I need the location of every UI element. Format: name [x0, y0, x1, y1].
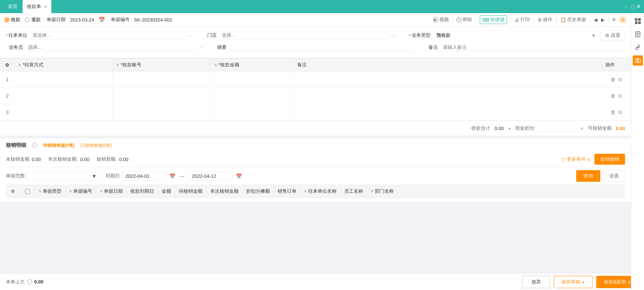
td-amount-3[interactable] [211, 104, 294, 120]
remark-input[interactable] [441, 43, 625, 51]
td-account-3[interactable] [113, 104, 211, 120]
print-btn[interactable]: 🖨 打印 [515, 16, 530, 23]
receipt-label: 收款 [11, 16, 20, 23]
delete-row-1-icon[interactable]: 🗑 [610, 77, 616, 82]
bottom-table-header: ⚙ ⇅ 单据类型 ⇅ 单据编号 ⇅ 单据日期 收款到期日 金额 [6, 185, 625, 198]
save-draft-arrow: ▲ [582, 280, 585, 284]
sidebar-doc-icon[interactable] [633, 29, 643, 39]
history-btn[interactable]: 📋 历史单据 [560, 16, 586, 23]
td-settlement-2[interactable] [15, 88, 113, 104]
table-gear[interactable]: ⚙ [0, 59, 15, 71]
discount-input[interactable] [540, 125, 576, 132]
view-list-icon[interactable]: ≡ [612, 16, 616, 23]
tab-pending[interactable]: 待核销单据(0笔) [43, 142, 75, 149]
copy-row-1-icon[interactable]: ⧉ [619, 77, 622, 83]
receipt-radio[interactable]: 收款 [4, 16, 20, 23]
number-value: SK-20230324-001 [134, 17, 173, 23]
receipt-table: ⚙ ⇅ *结算方式 ⇅ *收款账号 ⇅ *收款金额 备注 操作 1 [0, 58, 631, 121]
counterpart-input[interactable] [30, 31, 187, 39]
td-account-1[interactable] [113, 71, 211, 87]
filter-buttons: 查询 设置 [576, 170, 625, 182]
current-verify-stat: 本次核销金额: 0.00 [48, 156, 89, 162]
copy-row-3-icon[interactable]: ⧉ [619, 109, 622, 115]
refund-radio[interactable]: 退款 [25, 16, 41, 23]
select-all-checkbox[interactable] [25, 189, 30, 194]
sidebar-table-icon[interactable] [633, 16, 643, 26]
store-more-btn[interactable]: ··· [390, 32, 394, 38]
calendar-icon[interactable]: 📅 [99, 17, 105, 23]
delete-row-2-icon[interactable]: 🗑 [610, 93, 616, 99]
tab-home[interactable]: 首页 [3, 0, 23, 13]
history-icon: 📋 [560, 17, 566, 23]
help-btn[interactable]: ? 帮助 [456, 16, 472, 23]
date-to-input[interactable] [189, 172, 232, 181]
counterpart-more-btn[interactable]: ··· [189, 32, 193, 38]
tab-active[interactable]: 收款单 × [23, 0, 51, 13]
business-type-arrow[interactable]: ▼ [591, 33, 596, 38]
td-remark-1[interactable] [294, 71, 602, 87]
tab-active-label: 收款单 [27, 3, 41, 10]
auto-verify-btn[interactable]: 自动核销 [594, 154, 625, 165]
tab-verified[interactable]: 已核销单据(0笔) [80, 142, 112, 149]
table-row: 2 🗑 ⧉ [0, 88, 631, 104]
save-draft-btn[interactable]: 保存草稿 ▲ [554, 276, 593, 288]
bottom-th-checkbox[interactable] [20, 186, 35, 197]
settings-btn[interactable]: ⚙ 设置 [600, 30, 625, 40]
row-num-3: 3 [0, 107, 15, 118]
bottom-left: 本单上欠 i 0.00 [6, 279, 43, 285]
sidebar-camera-icon[interactable] [633, 55, 643, 66]
date-from-calendar-icon[interactable]: 📅 [169, 173, 175, 179]
summary-input[interactable] [229, 43, 414, 51]
tab-bar-controls: － □ ✕ [623, 3, 641, 10]
minimize-icon[interactable]: － [623, 3, 629, 10]
date-from-input[interactable] [122, 172, 166, 181]
td-amount-1[interactable] [211, 71, 294, 87]
th-account: ⇅ *收款账号 [113, 59, 211, 71]
td-remark-3[interactable] [294, 104, 602, 120]
td-remark-2[interactable] [294, 88, 602, 104]
business-type-field: * 业务类型 预收款 ▼ [409, 31, 596, 40]
svg-point-9 [637, 60, 639, 62]
staff-input[interactable] [26, 43, 197, 51]
td-amount-2[interactable] [211, 88, 294, 104]
range-select[interactable]: ▼ [27, 172, 100, 181]
verify-settings-btn[interactable]: 设置 [603, 170, 625, 182]
summary-field: 摘要 [217, 43, 414, 51]
view-grid-icon[interactable]: ⊞ [619, 16, 627, 23]
total-label: 收款合计 [471, 125, 490, 132]
td-settlement-3[interactable] [15, 104, 113, 120]
row-num-1: 1 [0, 74, 15, 85]
td-op-2: 🗑 ⧉ [602, 90, 631, 102]
operation-btn[interactable]: ⚙ 操作 [538, 16, 553, 23]
copy-row-2-icon[interactable]: ⧉ [619, 93, 622, 99]
required-star-business: * [409, 33, 411, 38]
date-to-calendar-icon[interactable]: 📅 [236, 173, 242, 179]
print-icon: 🖨 [515, 17, 519, 23]
divider4 [534, 17, 534, 23]
close-window-icon[interactable]: ✕ [636, 3, 641, 10]
bottom-th-type: ⇅ 单据类型 [35, 185, 66, 197]
tab-close-icon[interactable]: × [44, 4, 47, 9]
video-btn[interactable]: ▶ 视频 [433, 16, 449, 23]
toolbar-right: ▶ 视频 ? 帮助 ⌨ 快捷键 🖨 打印 ⚙ 操作 [433, 15, 627, 24]
right-sidebar [631, 13, 644, 290]
nav-prev-icon[interactable]: ◀ [594, 17, 597, 23]
td-account-2[interactable] [113, 88, 211, 104]
form-area: * 往来单位 ··· 门店 ··· * 业务类型 预收款 ▼ ⚙ [0, 27, 631, 58]
query-btn[interactable]: 查询 [576, 170, 600, 182]
divider7 [608, 17, 609, 23]
shortcut-btn[interactable]: ⌨ 快捷键 [480, 15, 507, 24]
sidebar-link-icon[interactable] [633, 42, 643, 52]
nav-next-icon[interactable]: ▶ [601, 17, 605, 23]
td-settlement-1[interactable] [15, 71, 113, 87]
th-remark: 备注 [294, 59, 602, 71]
more-conditions-btn[interactable]: ▽ 更多条件 ∧ [562, 156, 591, 162]
bottom-th-gear[interactable]: ⚙ [6, 186, 20, 197]
bottom-th-sales-order: 销售订单 [274, 185, 301, 197]
staff-more-btn[interactable]: ··· [198, 44, 203, 50]
maximize-icon[interactable]: □ [631, 3, 634, 10]
verify-stats: 未核销金额 0.00 本次核销金额: 0.00 核销差额: 0.00 ▽ 更多条… [6, 152, 625, 167]
delete-row-3-icon[interactable]: 🗑 [610, 109, 616, 115]
abandon-btn[interactable]: 放弃 [522, 276, 550, 288]
store-input[interactable] [220, 31, 389, 39]
